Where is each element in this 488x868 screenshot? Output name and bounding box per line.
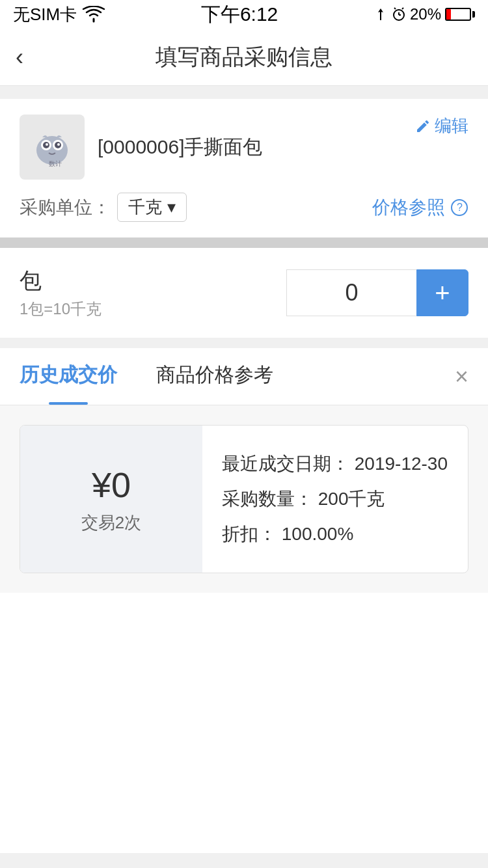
status-time: 下午6:12 — [201, 1, 278, 28]
svg-point-11 — [46, 143, 48, 146]
status-right: 20% — [373, 5, 475, 23]
svg-point-12 — [57, 143, 60, 146]
history-price-section: ¥0 交易2次 — [20, 426, 202, 573]
wifi-icon — [82, 6, 105, 23]
product-left: 数计 [0000006]手撕面包 — [20, 115, 262, 180]
svg-text:数计: 数计 — [49, 160, 62, 167]
history-date-label: 最近成交日期： — [222, 454, 349, 474]
quantity-plus-button[interactable]: + — [416, 269, 468, 316]
history-details: 最近成交日期： 2019-12-30 采购数量： 200千克 折扣： 100.0… — [202, 426, 468, 573]
quantity-input[interactable] — [286, 269, 416, 316]
quantity-unit-desc: 1包=10千克 — [20, 299, 102, 319]
tab-history-label: 历史成交价 — [20, 362, 117, 388]
battery-icon — [445, 8, 475, 21]
unit-select[interactable]: 千克 ▾ — [117, 193, 187, 222]
status-left: 无SIM卡 — [13, 3, 105, 26]
page-title: 填写商品采购信息 — [156, 42, 332, 72]
edit-button[interactable]: 编辑 — [415, 115, 468, 137]
history-content: ¥0 交易2次 最近成交日期： 2019-12-30 采购数量： 200千克 折… — [0, 405, 488, 593]
product-card: 数计 [0000006]手撕面包 编辑 采购单位： 千克 ▾ 价格参照 — [0, 99, 488, 237]
product-name: [0000006]手撕面包 — [98, 134, 262, 161]
alarm-icon — [392, 7, 406, 21]
history-price-value: ¥0 — [92, 465, 131, 505]
quantity-input-group: + — [286, 269, 468, 316]
location-icon — [373, 7, 388, 21]
purchase-unit-row: 采购单位： 千克 ▾ 价格参照 ? — [20, 193, 468, 222]
tabs-nav: 历史成交价 商品价格参考 — [20, 348, 273, 405]
edit-icon — [415, 118, 431, 134]
nav-bar: ‹ 填写商品采购信息 — [0, 29, 488, 86]
history-discount-row: 折扣： 100.00% — [222, 522, 448, 547]
tabs-header: 历史成交价 商品价格参考 × — [0, 348, 488, 405]
back-button[interactable]: ‹ — [16, 44, 23, 71]
history-discount-value: 100.00% — [282, 524, 354, 544]
help-icon: ? — [450, 198, 468, 217]
history-date-value: 2019-12-30 — [355, 454, 448, 474]
product-thumbnail: 数计 — [20, 115, 85, 180]
history-qty-value: 200千克 — [318, 489, 385, 509]
svg-text:?: ? — [457, 202, 463, 213]
product-info: [0000006]手撕面包 — [98, 134, 262, 161]
tab-history-price[interactable]: 历史成交价 — [20, 348, 117, 405]
quantity-row: 包 1包=10千克 + — [0, 248, 488, 338]
svg-line-4 — [394, 8, 396, 9]
history-times: 交易2次 — [81, 511, 141, 534]
history-discount-label: 折扣： — [222, 524, 277, 544]
product-header: 数计 [0000006]手撕面包 编辑 — [20, 115, 468, 180]
close-button[interactable]: × — [455, 363, 468, 390]
battery-percent: 20% — [410, 5, 441, 23]
tab-price-ref[interactable]: 商品价格参考 — [156, 348, 273, 405]
tab-underline — [49, 402, 88, 405]
signal-text: 无SIM卡 — [13, 3, 77, 26]
tab-price-ref-label: 商品价格参考 — [156, 362, 273, 388]
dropdown-arrow-icon: ▾ — [167, 197, 176, 217]
tabs-panel: 历史成交价 商品价格参考 × ¥0 交易2次 最近成交日期： 2019-12-3… — [0, 348, 488, 593]
purchase-unit-label: 采购单位： — [20, 195, 111, 220]
status-bar: 无SIM卡 下午6:12 20% — [0, 0, 488, 29]
history-date-row: 最近成交日期： 2019-12-30 — [222, 452, 448, 476]
section-divider — [0, 237, 488, 248]
history-qty-row: 采购数量： 200千克 — [222, 487, 448, 511]
page-bottom — [0, 593, 488, 853]
quantity-unit-name: 包 — [20, 266, 102, 296]
price-ref-button[interactable]: 价格参照 ? — [372, 195, 468, 220]
history-card: ¥0 交易2次 最近成交日期： 2019-12-30 采购数量： 200千克 折… — [20, 425, 468, 573]
history-qty-label: 采购数量： — [222, 489, 313, 509]
quantity-label-group: 包 1包=10千克 — [20, 266, 102, 319]
owl-logo: 数计 — [26, 121, 78, 173]
svg-line-5 — [402, 8, 403, 9]
